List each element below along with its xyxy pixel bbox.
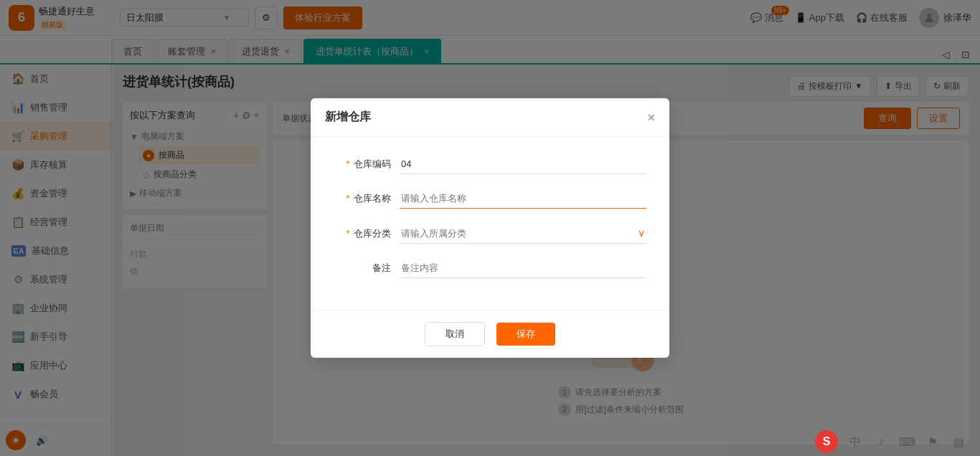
sound-icon[interactable]: ♪ — [871, 432, 891, 452]
warehouse-category-select[interactable]: ∨ — [400, 223, 646, 244]
dialog-footer: 取消 保存 — [311, 310, 669, 358]
save-button[interactable]: 保存 — [496, 323, 555, 346]
required-mark-category: * — [346, 228, 349, 239]
required-mark-code: * — [346, 158, 349, 169]
s-logo: S — [815, 430, 838, 453]
form-row-category: * 仓库分类 ∨ — [334, 223, 646, 244]
warehouse-code-input[interactable] — [400, 154, 646, 174]
flag-icon[interactable]: ⚑ — [923, 432, 943, 452]
form-row-note: 备注 — [334, 258, 646, 278]
form-label-name: * 仓库名称 — [334, 192, 391, 205]
required-mark-name: * — [346, 193, 349, 204]
dialog-title: 新增仓库 — [325, 110, 371, 125]
warehouse-name-input[interactable] — [400, 189, 646, 209]
menu-icon[interactable]: ▤ — [948, 432, 969, 452]
warehouse-note-input[interactable] — [400, 258, 646, 278]
form-row-name: * 仓库名称 — [334, 189, 646, 209]
dialog-close-button[interactable]: × — [647, 111, 655, 124]
keyboard-icon[interactable]: ⌨ — [897, 432, 917, 452]
chinese-input-icon[interactable]: 中 — [845, 432, 865, 452]
dialog-header: 新增仓库 × — [311, 98, 669, 137]
category-input[interactable] — [401, 228, 638, 239]
bottom-right-icons: 中 ♪ ⌨ ⚑ ▤ — [845, 432, 969, 452]
dialog-body: * 仓库编码 * 仓库名称 * 仓库分类 — [311, 137, 669, 310]
category-dropdown-icon: ∨ — [638, 227, 645, 239]
new-warehouse-dialog: 新增仓库 × * 仓库编码 * 仓库名称 — [311, 98, 669, 358]
form-label-category: * 仓库分类 — [334, 227, 391, 240]
form-label-code: * 仓库编码 — [334, 158, 391, 171]
form-label-note: 备注 — [334, 262, 391, 275]
s-logo-area: S 中 ♪ ⌨ ⚑ ▤ — [804, 427, 980, 456]
cancel-button[interactable]: 取消 — [425, 322, 485, 346]
form-row-code: * 仓库编码 — [334, 154, 646, 174]
dialog-overlay: 新增仓库 × * 仓库编码 * 仓库名称 — [0, 0, 980, 456]
